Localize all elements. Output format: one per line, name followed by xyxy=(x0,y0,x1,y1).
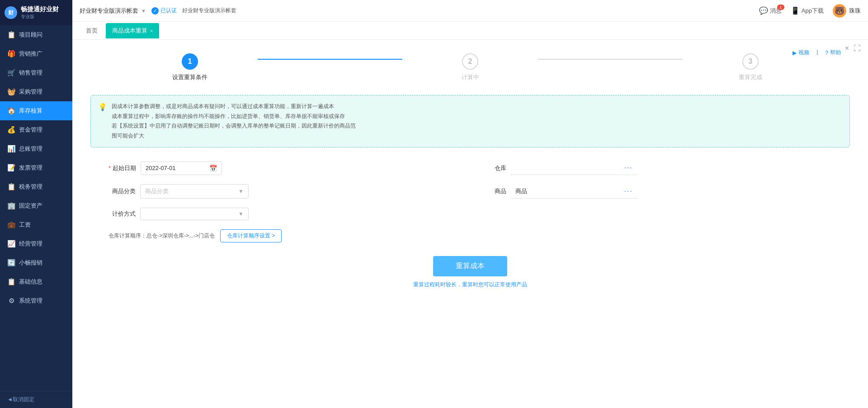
step-number-1: 1 xyxy=(188,57,192,66)
order-settings-button[interactable]: 仓库计算顺序设置 > xyxy=(220,229,282,242)
sidebar-label-sales: 销售管理 xyxy=(19,69,42,77)
sidebar-item-finance[interactable]: 💰 资金管理 xyxy=(0,120,72,139)
start-date-value: 2022-07-01 xyxy=(146,165,206,171)
sidebar-label-basic: 基础信息 xyxy=(19,278,42,286)
sidebar: 财 畅捷通好业财 专业版 📋 项目顾问 🎁 营销推广 🛒 销售管理 🧺 采购管理… xyxy=(0,0,72,408)
sidebar-item-project[interactable]: 📋 项目顾问 xyxy=(0,25,72,44)
tab-close-icon[interactable]: × xyxy=(150,28,153,33)
calendar-icon[interactable]: 📅 xyxy=(209,165,217,172)
submit-area: 重算成本 重算过程耗时较长，重算时您可以正常使用产品 xyxy=(90,256,850,289)
warehouse-more-icon[interactable]: ··· xyxy=(624,164,633,172)
pricing-field: 计价方式 ▼ xyxy=(108,208,832,220)
page-content: × ⛶ ▶ 视频 | ? 帮助 1 设置重算条件 xyxy=(72,40,868,408)
step-1: 1 设置重算条件 xyxy=(118,53,262,81)
product-label: 商品 xyxy=(479,187,506,195)
info-line-2: 成本重算过程中，影响库存账的操作均不能操作，比如进货单、销货单、库存单据不能审核… xyxy=(112,112,356,122)
form-row-3: 计价方式 ▼ xyxy=(108,208,832,220)
tax-icon: 📋 xyxy=(7,183,15,191)
start-date-label: *起始日期 xyxy=(108,164,136,172)
assets-icon: 🏢 xyxy=(7,202,15,210)
recalculate-button[interactable]: 重算成本 xyxy=(433,256,507,276)
sidebar-label-accounting: 总账管理 xyxy=(19,145,42,153)
form-section: *起始日期 2022-07-01 📅 仓库 ··· xyxy=(90,161,850,242)
submit-note: 重算过程耗时较长，重算时您可以正常使用产品 xyxy=(413,281,527,289)
order-line: 仓库计算顺序：总仓->深圳仓库->...->门店仓 仓库计算顺序设置 > xyxy=(108,229,832,242)
product-more-icon[interactable]: ··· xyxy=(624,187,633,195)
user-profile[interactable]: 🐻 珠珠 xyxy=(833,4,861,18)
sidebar-item-sales[interactable]: 🛒 销售管理 xyxy=(0,63,72,82)
invoice-icon: 📝 xyxy=(7,164,15,172)
message-button[interactable]: 💬 消息 1 xyxy=(759,6,782,15)
sales-icon: 🛒 xyxy=(7,69,15,77)
expense-icon: 🔄 xyxy=(7,259,15,267)
expand-button[interactable]: ⛶ xyxy=(854,44,861,52)
sidebar-item-purchase[interactable]: 🧺 采购管理 xyxy=(0,82,72,101)
tab-home-label: 首页 xyxy=(86,27,98,35)
product-field: 商品 商品 ··· xyxy=(479,185,832,199)
category-select[interactable]: 商品分类 ▼ xyxy=(140,184,249,199)
order-line-text: 仓库计算顺序：总仓->深圳仓库->...->门店仓 xyxy=(108,232,215,240)
certified-label: 已认证 xyxy=(160,7,177,14)
pricing-select[interactable]: ▼ xyxy=(140,208,249,220)
sidebar-unpin-button[interactable]: ◄取消固定 xyxy=(0,391,72,408)
category-placeholder: 商品分类 xyxy=(145,187,235,195)
warehouse-input[interactable]: ··· xyxy=(511,161,637,175)
app-download-button[interactable]: 📱 App下载 xyxy=(791,6,824,15)
sidebar-label-system: 系统管理 xyxy=(19,297,42,305)
app-edition: 专业版 xyxy=(21,14,59,20)
step-2: 2 计算中 xyxy=(398,53,542,81)
start-date-field: *起始日期 2022-07-01 📅 xyxy=(108,161,461,175)
sidebar-label-marketing: 营销推广 xyxy=(19,50,42,58)
sidebar-item-system[interactable]: ⚙ 系统管理 xyxy=(0,291,72,310)
sidebar-item-assets[interactable]: 🏢 固定资产 xyxy=(0,196,72,215)
warehouse-label: 仓库 xyxy=(479,164,506,172)
sidebar-label-finance: 资金管理 xyxy=(19,126,42,134)
start-date-input[interactable]: 2022-07-01 📅 xyxy=(141,161,222,175)
sidebar-item-tax[interactable]: 📋 税务管理 xyxy=(0,177,72,196)
category-field: 商品分类 商品分类 ▼ xyxy=(108,184,461,199)
logo-icon: 财 xyxy=(5,6,17,19)
salary-icon: 💼 xyxy=(7,221,15,229)
step-indicator: 1 设置重算条件 2 计算中 3 重算完成 xyxy=(90,53,850,81)
form-row-2: 商品分类 商品分类 ▼ 商品 商品 ··· xyxy=(108,184,832,199)
sidebar-item-salary[interactable]: 💼 工资 xyxy=(0,215,72,234)
step-3: 3 重算完成 xyxy=(678,53,823,81)
info-line-1: 因成本计算参数调整，或是对商品成本有疑问时，可以通过成本重算功能，重新计算一遍成… xyxy=(112,102,356,112)
app-title: 畅捷通好业财 xyxy=(21,5,59,14)
account-selector[interactable]: 好业财专业版演示帐套 ▼ xyxy=(80,7,146,15)
basic-icon: 📋 xyxy=(7,278,15,286)
accounting-icon: 📊 xyxy=(7,145,15,153)
close-button[interactable]: × xyxy=(845,44,849,52)
product-input[interactable]: 商品 ··· xyxy=(511,185,637,199)
warehouse-field: 仓库 ··· xyxy=(479,161,832,175)
sidebar-item-expense[interactable]: 🔄 小畅报销 xyxy=(0,253,72,272)
pricing-label: 计价方式 xyxy=(108,210,136,218)
info-text: 因成本计算参数调整，或是对商品成本有疑问时，可以通过成本重算功能，重新计算一遍成… xyxy=(112,102,356,141)
step-number-2: 2 xyxy=(468,57,472,66)
sidebar-item-inventory[interactable]: 🏠 库存核算 xyxy=(0,101,72,120)
sidebar-item-invoice[interactable]: 📝 发票管理 xyxy=(0,158,72,177)
phone-icon: 📱 xyxy=(791,6,800,15)
sidebar-item-accounting[interactable]: 📊 总账管理 xyxy=(0,139,72,158)
marketing-icon: 🎁 xyxy=(7,50,15,58)
tabs-bar: 首页 商品成本重算 × xyxy=(72,22,868,40)
step-line-2 xyxy=(538,59,683,60)
info-box: 💡 因成本计算参数调整，或是对商品成本有疑问时，可以通过成本重算功能，重新计算一… xyxy=(90,95,850,147)
sidebar-item-basic[interactable]: 📋 基础信息 xyxy=(0,272,72,291)
sidebar-item-ops[interactable]: 📈 经营管理 xyxy=(0,234,72,253)
sidebar-label-invoice: 发票管理 xyxy=(19,164,42,172)
sidebar-label-tax: 税务管理 xyxy=(19,183,42,191)
sidebar-item-marketing[interactable]: 🎁 营销推广 xyxy=(0,44,72,63)
order-btn-label: 仓库计算顺序设置 > xyxy=(227,232,275,240)
form-row-1: *起始日期 2022-07-01 📅 仓库 ··· xyxy=(108,161,832,175)
account-name: 好业财专业版演示帐套 xyxy=(80,7,138,15)
step-label-3: 重算完成 xyxy=(739,73,762,81)
main-area: 好业财专业版演示帐套 ▼ ✓ 已认证 好业财专业版演示帐套 💬 消息 1 📱 A… xyxy=(72,0,868,408)
pricing-arrow-icon: ▼ xyxy=(238,211,244,217)
sidebar-logo: 财 畅捷通好业财 专业版 xyxy=(0,0,72,25)
account-full-name: 好业财专业版演示帐套 xyxy=(182,7,236,14)
system-icon: ⚙ xyxy=(7,297,15,305)
tab-home[interactable]: 首页 xyxy=(80,23,104,38)
tab-recalc[interactable]: 商品成本重算 × xyxy=(106,23,159,38)
sidebar-label-assets: 固定资产 xyxy=(19,202,42,210)
